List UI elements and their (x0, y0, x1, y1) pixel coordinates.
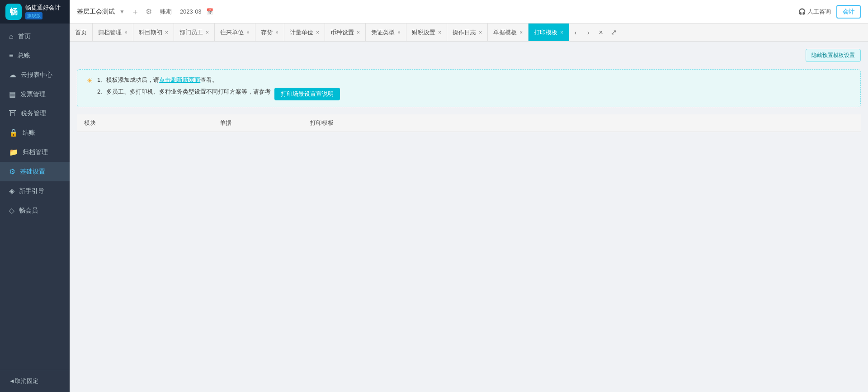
tab-label-currency: 币种设置 (330, 28, 354, 37)
tab-home[interactable]: 首页 (70, 24, 92, 42)
ledger-icon: ≡ (9, 52, 13, 60)
sidebar-item-ledger[interactable]: ≡ 总账 (0, 46, 70, 65)
tab-unit[interactable]: 计量单位 × (284, 24, 325, 42)
tab-supplier[interactable]: 往来单位 × (215, 24, 255, 42)
tab-prev-button[interactable]: ‹ (569, 24, 582, 42)
tab-archive[interactable]: 归档管理 × (93, 24, 133, 42)
tabbar: 首页 归档管理 × 科目期初 × 部门员工 × 往来单位 × 存货 × 计量单位… (70, 24, 868, 42)
tab-close-dept[interactable]: × (206, 29, 209, 36)
tab-close-currency[interactable]: × (357, 29, 360, 36)
main-area: 基层工会测试 ▼ ＋ ⚙ 账期 2023-03 📅 🎧 人工咨询 会计 首页 归… (70, 0, 868, 392)
tab-inventory[interactable]: 存货 × (255, 24, 284, 42)
tab-close-printtpl[interactable]: × (560, 29, 563, 36)
settings-button[interactable]: ⚙ (146, 7, 152, 16)
topbar: 基层工会测试 ▼ ＋ ⚙ 账期 2023-03 📅 🎧 人工咨询 会计 (70, 0, 868, 24)
sidebar: 畅 畅捷通好会计 旗舰版 ⌂ 首页 ≡ 总账 ☁ 云报表中心 ▤ 发票管理 ⛩ … (0, 0, 70, 392)
settings-icon: ⚙ (9, 167, 15, 176)
sidebar-label-archive: 归档管理 (23, 148, 48, 156)
tab-label-oplog: 操作日志 (453, 28, 476, 37)
tab-dept[interactable]: 部门员工 × (174, 24, 215, 42)
tab-voucher[interactable]: 凭证类型 × (366, 24, 406, 42)
sidebar-label-home: 首页 (18, 33, 31, 41)
sidebar-nav: ⌂ 首页 ≡ 总账 ☁ 云报表中心 ▤ 发票管理 ⛩ 税务管理 🔒 结账 📁 归… (0, 24, 70, 370)
tab-label-supplier: 往来单位 (220, 28, 244, 37)
guide-icon: ◈ (9, 187, 14, 195)
sidebar-item-home[interactable]: ⌂ 首页 (0, 27, 70, 46)
logo-text-block: 畅捷通好会计 旗舰版 (25, 4, 61, 20)
home-icon: ⌂ (9, 33, 14, 41)
col-header-template: 打印模板 (303, 119, 861, 127)
service-label: 人工咨询 (807, 8, 831, 16)
sidebar-label-guide: 新手引导 (19, 187, 44, 195)
tab-currency[interactable]: 币种设置 × (325, 24, 366, 42)
col-header-single: 单据 (212, 119, 303, 127)
sidebar-item-member[interactable]: ◇ 畅会员 (0, 201, 70, 220)
sidebar-item-invoices[interactable]: ▤ 发票管理 (0, 85, 70, 104)
sidebar-label-settings: 基础设置 (20, 168, 45, 176)
sidebar-logo: 畅 畅捷通好会计 旗舰版 (0, 0, 70, 24)
calendar-icon[interactable]: 📅 (206, 8, 213, 15)
tab-printtpl[interactable]: 打印模板 × (528, 24, 569, 42)
tab-label-singletpl: 单据模板 (493, 28, 517, 37)
sidebar-item-close[interactable]: 🔒 结账 (0, 123, 70, 142)
company-name: 基层工会测试 (77, 8, 115, 16)
tab-close-subject[interactable]: × (165, 29, 168, 36)
invoice-icon: ▤ (9, 90, 16, 99)
logo-name: 畅捷通好会计 (25, 4, 61, 12)
sidebar-label-ledger: 总账 (18, 52, 30, 60)
sidebar-item-archive[interactable]: 📁 归档管理 (0, 142, 70, 162)
tab-close-voucher[interactable]: × (397, 29, 401, 36)
sidebar-item-settings[interactable]: ⚙ 基础设置 (0, 162, 70, 181)
tab-label-printtpl: 打印模板 (534, 28, 557, 37)
tab-subject[interactable]: 科目期初 × (133, 24, 174, 42)
sidebar-item-guide[interactable]: ◈ 新手引导 (0, 181, 70, 201)
tab-expand-button[interactable]: ⤢ (607, 24, 620, 42)
unpin-button[interactable]: ◄取消固定 (0, 370, 70, 392)
col-header-module: 模块 (77, 119, 212, 127)
service-button[interactable]: 🎧 人工咨询 (798, 8, 831, 16)
logo-badge: 旗舰版 (25, 12, 42, 19)
archive-icon: 📁 (9, 148, 18, 156)
period-value: 2023-03 (180, 8, 202, 15)
sidebar-item-reports[interactable]: ☁ 云报表中心 (0, 65, 70, 85)
top-right-btn-area: 隐藏预置模板设置 (77, 49, 861, 66)
bulb-icon: ☀ (86, 76, 93, 85)
tab-close-all-button[interactable]: × (594, 24, 607, 42)
tab-close-oplog[interactable]: × (479, 29, 482, 36)
add-tab-button[interactable]: ＋ (131, 6, 139, 17)
member-icon: ◇ (9, 206, 14, 215)
notice-box: ☀ 1、模板添加成功后，请 点击刷新新页面 查看。 ☀ 2、多员工、多打印机、多… (77, 69, 861, 107)
tax-icon: ⛩ (9, 109, 16, 118)
cloud-icon: ☁ (9, 71, 16, 79)
period-label: 账期 (160, 8, 172, 16)
sidebar-label-member: 畅会员 (19, 207, 38, 215)
tab-label-voucher: 凭证类型 (371, 28, 395, 37)
tab-close-taxset[interactable]: × (438, 29, 441, 36)
topbar-right: 🎧 人工咨询 会计 (798, 5, 861, 19)
sidebar-label-reports: 云报表中心 (21, 71, 52, 79)
tab-label-taxset: 财税设置 (412, 28, 435, 37)
sidebar-item-tax[interactable]: ⛩ 税务管理 (0, 104, 70, 123)
tab-close-supplier[interactable]: × (246, 29, 250, 36)
sidebar-label-invoices: 发票管理 (20, 90, 46, 99)
tab-close-archive[interactable]: × (124, 29, 127, 36)
huiji-button[interactable]: 会计 (836, 5, 861, 19)
tab-label-inventory: 存货 (261, 28, 273, 37)
tab-label-dept: 部门员工 (179, 28, 203, 37)
print-scene-button[interactable]: 打印场景设置宣说明 (274, 88, 340, 100)
logo-icon: 畅 (5, 4, 22, 20)
hide-preview-button[interactable]: 隐藏预置模板设置 (806, 49, 861, 62)
company-dropdown-arrow[interactable]: ▼ (119, 9, 125, 15)
tab-label-subject: 科目期初 (139, 28, 162, 37)
tab-oplog[interactable]: 操作日志 × (447, 24, 488, 42)
tab-label-unit: 计量单位 (290, 28, 313, 37)
tab-close-inventory[interactable]: × (275, 29, 278, 36)
tab-next-button[interactable]: › (582, 24, 594, 42)
notice-text-2: 2、多员工、多打印机、多种业务类型设置不同打印方案等，请参考 (97, 88, 271, 96)
headset-icon: 🎧 (798, 8, 806, 15)
tab-singletpl[interactable]: 单据模板 × (488, 24, 528, 42)
tab-close-singletpl[interactable]: × (519, 29, 523, 36)
tab-close-unit[interactable]: × (316, 29, 319, 36)
tab-taxset[interactable]: 财税设置 × (406, 24, 447, 42)
refresh-link[interactable]: 点击刷新新页面 (159, 76, 200, 84)
